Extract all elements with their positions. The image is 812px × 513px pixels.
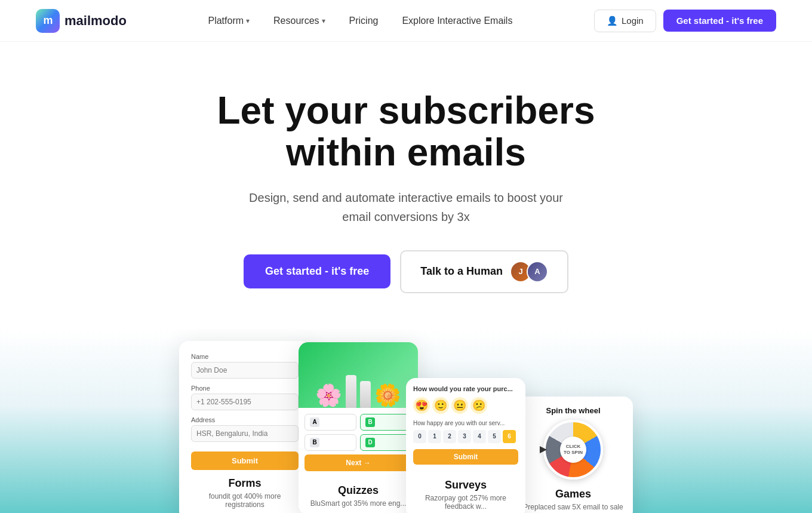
flower-icon: 🌼 [374,383,401,408]
quizzes-card-label: Quizzes [299,484,418,497]
spin-wheel[interactable]: CLICKTO SPIN [543,420,603,480]
quizzes-card: 🌸 🌼 A B B [299,342,418,513]
quiz-option-b[interactable]: B [360,414,412,431]
nav-interactive-emails[interactable]: Explore Interactive Emails [392,11,522,31]
games-card-sublabel: Preplaced saw 5X email to sale [523,503,623,511]
quiz-row: B D [304,434,412,451]
wheel-container: Spin the wheel CLICKTO SPIN [523,406,623,480]
hero-section: Let your subscribers within emails Desig… [0,42,812,329]
survey-emoji-row: 😍 🙂 😐 😕 [413,397,518,414]
survey-submit-button[interactable]: Submit [413,449,518,465]
spin-button[interactable]: CLICKTO SPIN [560,437,586,463]
flower-icon: 🌸 [315,383,342,408]
games-card: Spin the wheel CLICKTO SPIN Games Prepla… [513,397,633,513]
hero-talk-human-button[interactable]: Talk to a Human J A [400,250,568,293]
survey-question-2: How happy are you with our serv... [413,420,518,426]
quiz-option-a[interactable]: A [304,414,356,431]
wheel-title: Spin the wheel [546,406,600,415]
emoji-option[interactable]: 😍 [413,397,430,414]
name-input[interactable] [191,362,299,379]
hero-actions: Get started - it's free Talk to a Human … [24,250,788,293]
bottle-icon [346,375,356,408]
user-icon: 👤 [607,16,618,26]
nav-get-started-button[interactable]: Get started - it's free [663,10,776,32]
nav-resources[interactable]: Resources ▾ [264,11,334,31]
emoji-option[interactable]: 🙂 [432,397,449,414]
scale-4[interactable]: 4 [473,430,486,443]
scale-3[interactable]: 3 [458,430,471,443]
chevron-down-icon: ▾ [322,17,325,25]
hero-subtext: Design, send and automate interactive em… [239,188,573,226]
quiz-next-button[interactable]: Next → [304,454,412,471]
emoji-option[interactable]: 😐 [451,397,468,414]
logo[interactable]: m mailmodo [36,9,127,33]
bottle-icon [360,381,371,408]
forms-card-label: Forms [191,477,299,490]
nav-links: Platform ▾ Resources ▾ Pricing Explore I… [198,11,522,31]
quiz-option-b2[interactable]: B [304,434,356,451]
demo-cards-section: Name Phone Address Submit Forms foundit … [0,329,812,513]
forms-card-sublabel: foundit got 400% more registrations [191,492,299,509]
address-label: Address [191,416,299,423]
login-button[interactable]: 👤 Login [594,10,656,32]
cards-container: Name Phone Address Submit Forms foundit … [0,329,812,513]
scale-5[interactable]: 5 [488,430,501,443]
quizzes-card-sublabel: BluSmart got 35% more eng... [299,499,418,513]
address-input[interactable] [191,425,299,442]
name-field-group: Name [191,353,299,379]
emoji-option[interactable]: 😕 [470,397,487,414]
nav-actions: 👤 Login Get started - it's free [594,10,776,32]
survey-question-1: How would you rate your purc... [413,385,518,392]
avatar-group: J A [510,261,548,282]
quiz-row: A B [304,414,412,431]
quiz-options: A B B D Next → [299,408,418,477]
hero-headline: Let your subscribers within emails [137,90,675,174]
nav-pricing[interactable]: Pricing [340,11,388,31]
navbar: m mailmodo Platform ▾ Resources ▾ Pricin… [0,0,812,42]
nav-platform[interactable]: Platform ▾ [198,11,259,31]
games-card-label: Games [523,488,623,500]
scale-2[interactable]: 2 [443,430,456,443]
phone-label: Phone [191,385,299,392]
phone-field-group: Phone [191,385,299,410]
quiz-option-d[interactable]: D [360,434,412,451]
phone-input[interactable] [191,394,299,410]
chevron-down-icon: ▾ [246,17,250,25]
survey-scale: 0 1 2 3 4 5 6 [413,430,518,443]
survey-content: How would you rate your purc... 😍 🙂 😐 😕 … [406,378,525,472]
surveys-card-label: Surveys [406,479,525,492]
address-field-group: Address [191,416,299,442]
name-label: Name [191,353,299,360]
wheel-arrow-icon [540,446,547,453]
forms-card: Name Phone Address Submit Forms foundit … [179,341,310,513]
hero-get-started-button[interactable]: Get started - it's free [244,254,390,288]
scale-0[interactable]: 0 [413,430,426,443]
logo-icon: m [36,9,60,33]
quiz-image: 🌸 🌼 [299,342,418,408]
scale-1[interactable]: 1 [428,430,441,443]
logo-text: mailmodo [64,13,127,29]
forms-submit-button[interactable]: Submit [191,451,299,470]
scale-6[interactable]: 6 [503,430,516,443]
surveys-card-sublabel: Razorpay got 257% more feedback w... [406,494,525,513]
avatar: A [527,261,548,282]
surveys-card: How would you rate your purc... 😍 🙂 😐 😕 … [406,378,525,513]
